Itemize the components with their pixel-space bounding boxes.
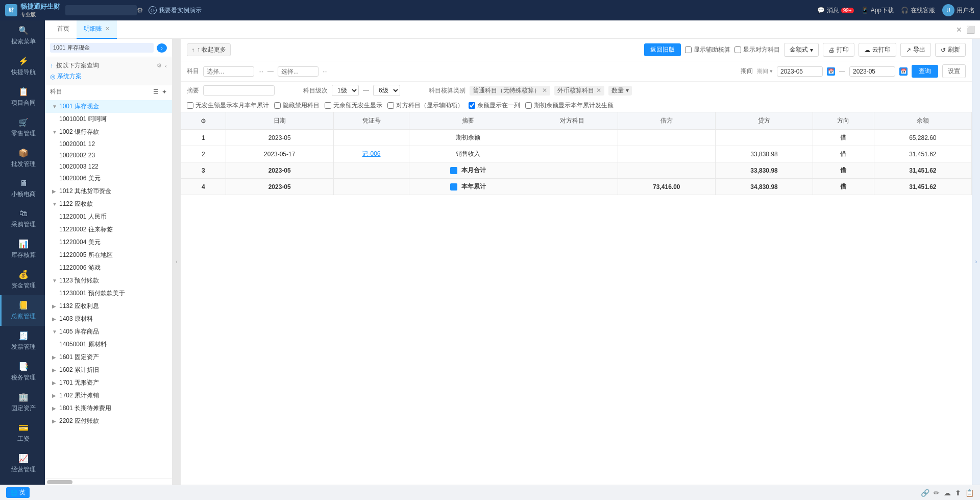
sidebar-item-ecommerce[interactable]: 🖥 小畅电商 xyxy=(0,174,45,204)
sidebar-item-assets[interactable]: 🏢 固定资产 xyxy=(0,387,45,418)
tree-item-1405[interactable]: ▼ 1405 库存商品 xyxy=(45,325,172,338)
cb-no-occur-input[interactable] xyxy=(187,102,193,109)
cb-hide-disabled[interactable]: 隐藏禁用科目 xyxy=(274,101,320,110)
tree-item-1801[interactable]: ▶ 1801 长期待摊费用 xyxy=(45,402,172,415)
summary-input[interactable] xyxy=(203,85,275,96)
cb-no-balance-input[interactable] xyxy=(325,102,331,109)
tree-expand-icon[interactable]: ✦ xyxy=(162,88,167,96)
tree-item-1012[interactable]: ▶ 1012 其他货币资金 xyxy=(45,185,172,198)
return-old-btn[interactable]: 返回旧版 xyxy=(644,43,681,56)
tree-item-1701[interactable]: ▶ 1701 无形资产 xyxy=(45,376,172,389)
cloud-icon[interactable]: ☁ xyxy=(944,489,951,497)
sidebar-item-wholesale[interactable]: 📦 批发管理 xyxy=(0,143,45,174)
voucher-link-2[interactable]: 记-006 xyxy=(362,150,380,157)
right-panel-collapse-handle[interactable]: › xyxy=(972,39,980,485)
cb-balance-one-col-input[interactable] xyxy=(469,102,475,109)
query-settings-icon[interactable]: ⚙ xyxy=(157,62,162,69)
cb-contra-show-input[interactable] xyxy=(387,102,394,109)
cb-no-balance[interactable]: 无余额无发生显示 xyxy=(325,101,382,110)
sidebar-item-salary[interactable]: 💳 工资 xyxy=(0,418,45,448)
top-search-input[interactable] xyxy=(65,5,137,15)
app-download-btn[interactable]: 📱 App下载 xyxy=(861,6,894,15)
sidebar-item-retail[interactable]: 🛒 零售管理 xyxy=(0,112,45,143)
period-type-select[interactable]: 期间 ▾ xyxy=(757,67,773,75)
tree-item-1002[interactable]: ▼ 1002 银行存款 xyxy=(45,126,172,138)
tree-item-14050001[interactable]: 14050001 原材料 xyxy=(45,338,172,351)
cb-contra-show[interactable]: 对方科目（显示辅助项） xyxy=(387,101,463,110)
query-btn[interactable]: 查询 xyxy=(912,65,938,78)
sidebar-item-invoice[interactable]: 🧾 发票管理 xyxy=(0,326,45,356)
settings-icon[interactable]: ⚙ xyxy=(137,6,143,14)
tree-item-1602[interactable]: ▶ 1602 累计折旧 xyxy=(45,364,172,376)
tag-normal-close[interactable]: ✕ xyxy=(542,87,547,94)
cb-period-begin-input[interactable] xyxy=(525,102,532,109)
export-btn[interactable]: ↗ 导出 xyxy=(900,43,931,57)
tree-item-1601[interactable]: ▶ 1601 固定资产 xyxy=(45,351,172,364)
period-start-input[interactable] xyxy=(777,66,823,77)
user-btn[interactable]: U 用户名 xyxy=(942,4,975,16)
tree-list-icon[interactable]: ☰ xyxy=(153,88,159,96)
sidebar-item-quick[interactable]: ⚡ 快捷导航 xyxy=(0,51,45,82)
th-settings[interactable]: ⚙ xyxy=(181,112,226,130)
tree-item-10020001[interactable]: 10020001 12 xyxy=(45,138,172,150)
cb-no-occur[interactable]: 无发生额显示本月本年累计 xyxy=(187,101,269,110)
show-contra-checkbox-label[interactable]: 显示对方科目 xyxy=(734,45,780,54)
subject-filter-input2[interactable] xyxy=(278,66,318,77)
tree-item-1122[interactable]: ▼ 1122 应收款 xyxy=(45,198,172,210)
tree-item-1403[interactable]: ▶ 1403 原材料 xyxy=(45,313,172,325)
tree-item-1001[interactable]: ▼ 1001 库存现金 xyxy=(45,100,172,113)
cb-period-begin[interactable]: 期初余额显示本年累计发生额 xyxy=(525,101,614,110)
left-panel-hscroll[interactable] xyxy=(45,479,172,485)
cloud-print-btn[interactable]: ☁ 云打印 xyxy=(859,43,896,57)
sidebar-item-finance[interactable]: 💰 资金管理 xyxy=(0,265,45,295)
format-btn[interactable]: 金额式 ▾ xyxy=(784,43,819,57)
sidebar-item-xcsales[interactable]: 📝 小畅报销 xyxy=(0,479,45,485)
more-btn[interactable]: ↑ ↑ 收起更多 xyxy=(187,43,231,56)
sidebar-item-inventory[interactable]: 📊 库存核算 xyxy=(0,234,45,265)
status-lang-btn[interactable]: 🌐 英 xyxy=(6,487,30,498)
account-next-btn[interactable]: › xyxy=(157,43,167,53)
sidebar-item-tax[interactable]: 📑 税务管理 xyxy=(0,356,45,387)
tag-normal-account[interactable]: 普通科目（无特殊核算） ✕ xyxy=(470,86,550,96)
settings-btn[interactable]: 设置 xyxy=(942,64,966,78)
tree-item-10020003[interactable]: 10020003 122 xyxy=(45,161,172,172)
query-collapse-icon[interactable]: ‹ xyxy=(165,63,167,69)
show-aux-checkbox-label[interactable]: 显示辅助核算 xyxy=(685,45,730,54)
sidebar-item-purchase[interactable]: 🛍 采购管理 xyxy=(0,204,45,234)
period-start-cal-icon[interactable]: 📅 xyxy=(827,67,835,76)
tree-item-10010001[interactable]: 10010001 呵呵呵 xyxy=(45,113,172,126)
tree-item-2202[interactable]: ▶ 2202 应付账款 xyxy=(45,415,172,427)
online-service-btn[interactable]: 🎧 在线客服 xyxy=(901,6,935,15)
sidebar-item-search[interactable]: 🔍 搜索菜单 xyxy=(0,20,45,51)
tab-close-all[interactable]: ✕ xyxy=(956,26,962,34)
tag-quantity[interactable]: 数量 ▾ xyxy=(608,86,632,96)
tree-item-10020006[interactable]: 10020006 美元 xyxy=(45,172,172,185)
link-icon[interactable]: 🔗 xyxy=(921,489,929,497)
level-end-select[interactable]: 6级5级4级 xyxy=(373,85,400,96)
refresh-btn[interactable]: ↺ 刷新 xyxy=(935,43,966,57)
print-btn[interactable]: 🖨 打印 xyxy=(823,43,854,57)
upload-icon[interactable]: ⬆ xyxy=(955,489,961,497)
tag-foreign-close[interactable]: ✕ xyxy=(596,87,601,94)
tree-item-11220006[interactable]: 11220006 游戏 xyxy=(45,261,172,274)
edit-icon[interactable]: ✏ xyxy=(934,489,940,497)
show-contra-checkbox[interactable] xyxy=(734,46,741,53)
tab-maximize[interactable]: ⬜ xyxy=(966,26,975,34)
tree-item-11220002[interactable]: 11220002 往来标签 xyxy=(45,223,172,236)
tree-item-1702[interactable]: ▶ 1702 累计摊销 xyxy=(45,389,172,402)
level-start-select[interactable]: 1级2级3级 xyxy=(332,85,359,96)
cb-balance-one-col[interactable]: 余额显示在一列 xyxy=(469,101,520,110)
cb-hide-disabled-input[interactable] xyxy=(274,102,281,109)
period-end-cal-icon[interactable]: 📅 xyxy=(899,67,908,76)
tag-qty-dropdown[interactable]: ▾ xyxy=(626,87,629,94)
sidebar-item-ops[interactable]: 📈 经营管理 xyxy=(0,448,45,479)
tag-foreign-account[interactable]: 外币核算科目 ✕ xyxy=(554,86,604,96)
sidebar-item-project[interactable]: 📋 项目合同 xyxy=(0,82,45,112)
td-voucher-2[interactable]: 记-006 xyxy=(333,146,409,162)
sidebar-item-ledger[interactable]: 📒 总账管理 xyxy=(0,295,45,326)
tab-home[interactable]: 首页 xyxy=(50,20,77,39)
tree-item-10020002[interactable]: 10020002 23 xyxy=(45,150,172,161)
message-btn[interactable]: 💬 消息 99+ xyxy=(817,6,854,15)
tab-detail[interactable]: 明细账 ✕ xyxy=(77,20,117,39)
left-panel-collapse-handle[interactable]: ‹ xyxy=(173,39,181,485)
